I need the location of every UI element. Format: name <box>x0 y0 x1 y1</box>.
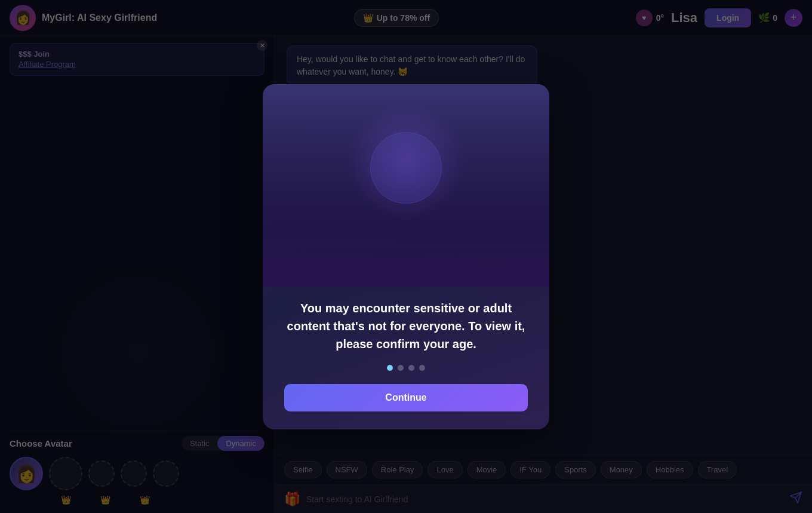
modal-dot-4 <box>419 365 425 371</box>
modal-dot-2 <box>398 365 404 371</box>
modal-image-area <box>263 84 549 287</box>
age-verification-modal: You may encounter sensitive or adult con… <box>263 84 549 429</box>
continue-button[interactable]: Continue <box>284 384 528 411</box>
modal-overlay: You may encounter sensitive or adult con… <box>0 0 812 513</box>
modal-content: You may encounter sensitive or adult con… <box>263 287 549 429</box>
modal-dot-1 <box>387 365 393 371</box>
modal-dot-3 <box>408 365 414 371</box>
modal-text: You may encounter sensitive or adult con… <box>284 299 528 353</box>
modal-dots <box>284 365 528 371</box>
